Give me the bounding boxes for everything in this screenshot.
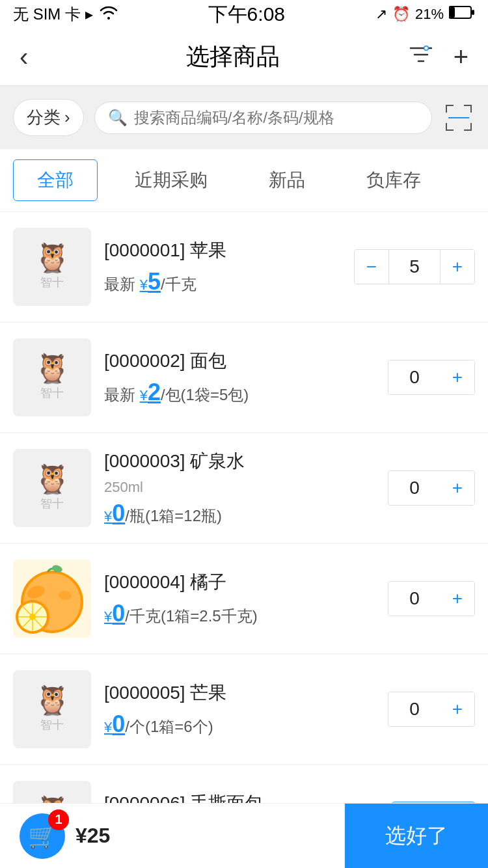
svg-rect-16 bbox=[448, 117, 469, 118]
quantity-control: 0 + bbox=[388, 692, 475, 727]
quantity-value: 0 bbox=[388, 692, 441, 726]
status-left: 无 SIM 卡 ▸ bbox=[13, 4, 118, 25]
quantity-value: 0 bbox=[388, 582, 441, 616]
table-row: 🦉 智十 [0000002] 面包 最新 ¥2/包(1袋=5包) 0 + bbox=[0, 323, 488, 432]
product-name: [0000005] 芒果 bbox=[104, 681, 375, 705]
quantity-value: 0 bbox=[388, 471, 441, 505]
product-image: 🦉 智十 bbox=[13, 228, 91, 306]
quantity-value: 5 bbox=[388, 250, 441, 284]
location-icon: ↗ bbox=[375, 6, 387, 23]
price-yen: ¥ bbox=[104, 508, 112, 524]
price-unit: /包(1袋=5包) bbox=[161, 386, 249, 403]
cart-badge: 1 bbox=[48, 809, 69, 830]
scan-icon[interactable] bbox=[442, 102, 475, 134]
svg-point-7 bbox=[424, 46, 427, 49]
category-label: 分类 bbox=[27, 106, 61, 129]
search-icon: 🔍 bbox=[108, 109, 128, 127]
increase-button[interactable]: + bbox=[441, 250, 474, 284]
cart-area: 🛒 1 ¥25 bbox=[0, 813, 345, 859]
increase-button[interactable]: + bbox=[441, 582, 474, 616]
table-row: 🦉 智十 [0000003] 矿泉水 250ml ¥0/瓶(1箱=12瓶) 0 … bbox=[0, 433, 488, 543]
status-bar: 无 SIM 卡 ▸ 下午6:08 ↗ ⏰ 21% bbox=[0, 0, 488, 29]
quantity-control: 0 + bbox=[388, 360, 475, 395]
tab-bar: 全部 近期采购 新品 负库存 bbox=[0, 149, 488, 212]
search-input[interactable] bbox=[134, 109, 418, 127]
price-unit: /千克(1箱=2.5千克) bbox=[125, 607, 257, 625]
cart-icon-wrap[interactable]: 🛒 1 bbox=[20, 813, 65, 859]
nav-bar: ‹ 选择商品 + bbox=[0, 29, 488, 86]
tab-negative[interactable]: 负库存 bbox=[342, 159, 445, 201]
quantity-control: 0 + bbox=[388, 470, 475, 506]
price-main: 0 bbox=[112, 711, 125, 737]
price-main: 5 bbox=[148, 268, 161, 295]
wifi-icon bbox=[100, 5, 118, 23]
add-icon[interactable]: + bbox=[454, 42, 468, 72]
product-image bbox=[13, 560, 91, 638]
table-row: 🦉 智十 [0000001] 苹果 最新 ¥5/千克 − 5 + bbox=[0, 212, 488, 321]
search-bar[interactable]: 🔍 bbox=[94, 102, 432, 134]
cart-total: ¥25 bbox=[75, 824, 110, 848]
price-main: 0 bbox=[112, 600, 125, 627]
svg-rect-15 bbox=[470, 123, 472, 131]
decrease-button[interactable]: − bbox=[355, 250, 388, 284]
increase-button[interactable]: + bbox=[441, 360, 474, 394]
increase-button[interactable]: + bbox=[441, 471, 474, 505]
filter-bar: 分类 › 🔍 bbox=[0, 86, 488, 149]
owl-icon: 🦉 bbox=[34, 243, 70, 272]
price-main: 0 bbox=[112, 500, 125, 526]
svg-rect-9 bbox=[446, 105, 447, 113]
nav-actions: + bbox=[408, 42, 468, 72]
price-yen: ¥ bbox=[140, 387, 148, 403]
price-yen: ¥ bbox=[104, 608, 112, 625]
increase-button[interactable]: + bbox=[441, 692, 474, 726]
product-name: [0000001] 苹果 bbox=[104, 238, 341, 263]
sim-text: 无 SIM 卡 ▸ bbox=[13, 4, 93, 25]
price-unit: /瓶(1箱=12瓶) bbox=[125, 507, 222, 524]
bottom-bar: 🛒 1 ¥25 选好了 bbox=[0, 803, 488, 868]
product-name: [0000002] 面包 bbox=[104, 349, 375, 373]
product-price: 最新 ¥2/包(1袋=5包) bbox=[104, 379, 375, 406]
confirm-button[interactable]: 选好了 bbox=[345, 804, 488, 868]
owl-icon: 🦉 bbox=[34, 686, 70, 714]
battery-text: 21% bbox=[415, 6, 444, 23]
svg-rect-11 bbox=[470, 105, 472, 113]
tab-all[interactable]: 全部 bbox=[13, 159, 98, 201]
svg-rect-13 bbox=[446, 123, 447, 131]
price-yen: ¥ bbox=[104, 719, 112, 735]
page-title: 选择商品 bbox=[59, 41, 408, 73]
quantity-control: − 5 + bbox=[354, 249, 475, 284]
quantity-value: 0 bbox=[388, 360, 441, 394]
tab-new[interactable]: 新品 bbox=[245, 159, 329, 201]
quantity-control: 0 + bbox=[388, 581, 475, 616]
product-price: ¥0/千克(1箱=2.5千克) bbox=[104, 600, 375, 627]
category-button[interactable]: 分类 › bbox=[13, 99, 84, 136]
product-spec: 250ml bbox=[104, 479, 375, 496]
product-price: ¥0/个(1箱=6个) bbox=[104, 711, 375, 738]
svg-rect-1 bbox=[450, 7, 455, 18]
product-info: [0000001] 苹果 最新 ¥5/千克 bbox=[104, 238, 341, 295]
battery-icon bbox=[449, 5, 475, 23]
product-image: 🦉 智十 bbox=[13, 670, 91, 748]
price-yen: ¥ bbox=[140, 277, 148, 293]
alarm-icon: ⏰ bbox=[392, 6, 410, 23]
owl-icon: 🦉 bbox=[34, 354, 70, 383]
back-button[interactable]: ‹ bbox=[20, 42, 59, 72]
price-prefix: 最新 bbox=[104, 275, 135, 293]
price-unit: /个(1箱=6个) bbox=[125, 718, 213, 735]
product-name: [0000003] 矿泉水 bbox=[104, 449, 375, 474]
tab-recent[interactable]: 近期采购 bbox=[111, 159, 232, 201]
status-right: ↗ ⏰ 21% bbox=[375, 5, 475, 23]
orange-image bbox=[13, 560, 91, 638]
table-row: 🦉 智十 [0000005] 芒果 ¥0/个(1箱=6个) 0 + bbox=[0, 655, 488, 764]
product-info: [0000005] 芒果 ¥0/个(1箱=6个) bbox=[104, 681, 375, 738]
product-info: [0000004] 橘子 ¥0/千克(1箱=2.5千克) bbox=[104, 570, 375, 627]
owl-icon: 🦉 bbox=[34, 465, 70, 493]
svg-rect-2 bbox=[472, 10, 474, 15]
price-unit: /千克 bbox=[161, 275, 197, 293]
price-prefix: 最新 bbox=[104, 386, 135, 403]
filter-icon[interactable] bbox=[408, 43, 434, 72]
status-time: 下午6:08 bbox=[208, 1, 285, 28]
product-price: ¥0/瓶(1箱=12瓶) bbox=[104, 500, 375, 527]
product-list: 🦉 智十 [0000001] 苹果 最新 ¥5/千克 − 5 + 🦉 智十 bbox=[0, 212, 488, 868]
table-row: [0000004] 橘子 ¥0/千克(1箱=2.5千克) 0 + bbox=[0, 544, 488, 653]
